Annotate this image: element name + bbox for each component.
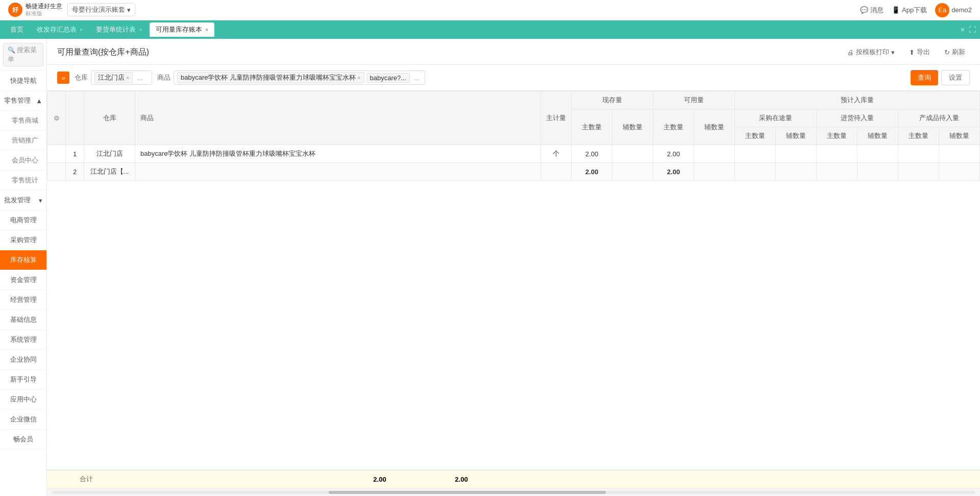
tab-available[interactable]: 可用量库存账本 × [150, 22, 214, 37]
sidebar-item-newbie[interactable]: 新手引导 [0, 370, 46, 390]
sidebar-item-retail-mall[interactable]: 零售商城 [0, 111, 46, 131]
footer-label: 合计 [52, 475, 93, 484]
sidebar-item-system[interactable]: 系统管理 [0, 330, 46, 350]
product-tag-0-close[interactable]: × [357, 75, 360, 81]
sidebar-item-member[interactable]: 会员中心 [0, 151, 46, 171]
message-label: 消息 [870, 6, 884, 15]
table-footer: 合计 2.00 2.00 [47, 469, 980, 488]
export-button[interactable]: ⬆ 导出 [904, 45, 935, 59]
query-button[interactable]: 查询 [911, 70, 938, 85]
sidebar-item-retail-stats[interactable]: 零售统计 [0, 171, 46, 191]
sidebar-item-ecommerce[interactable]: 电商管理 [0, 210, 46, 230]
sidebar-item-marketing-label: 营销推广 [12, 136, 38, 144]
warehouse-tag-container[interactable]: 江北门店 × ... [91, 70, 152, 85]
print-button[interactable]: 🖨 按模板打印 ▾ [843, 45, 899, 59]
tab-orders[interactable]: 要货单统计表 × [90, 22, 148, 37]
sidebar-item-purchase[interactable]: 采购管理 [0, 230, 46, 250]
sidebar-item-basic-label: 基础信息 [10, 316, 37, 323]
warehouse-filter-dots[interactable]: ... [135, 74, 144, 82]
th-available-aux: 辅数量 [694, 109, 735, 145]
sidebar-item-retail[interactable]: 零售管理 ▲ [0, 91, 46, 111]
warehouse-tag-0-close[interactable]: × [126, 75, 129, 81]
sidebar-item-purchase-label: 采购管理 [10, 236, 37, 244]
th-pur-aux: 辅数量 [776, 127, 817, 145]
app-download-button[interactable]: 📱 App下载 [892, 6, 927, 15]
horizontal-scrollbar-thumb[interactable] [329, 491, 605, 494]
sidebar-item-app-center-label: 应用中心 [10, 395, 37, 403]
sidebar-item-app-center[interactable]: 应用中心 [0, 390, 46, 410]
sidebar: 🔍 搜索菜单 快捷导航 零售管理 ▲ 零售商城 营销推广 会员中心 零售统计 批… [0, 39, 47, 496]
th-prod-main: 主数量 [898, 127, 939, 145]
sidebar-item-enterprise-wechat[interactable]: 企业微信 [0, 410, 46, 430]
sidebar-item-finance[interactable]: 资金管理 [0, 270, 46, 290]
row-1-index: 1 [66, 145, 84, 163]
sidebar-search-button[interactable]: 🔍 搜索菜单 [3, 43, 43, 66]
tab-home-label: 首页 [10, 25, 23, 34]
page-actions: 🖨 按模板打印 ▾ ⬆ 导出 ↻ 刷新 [843, 45, 970, 59]
footer-totals: 2.00 2.00 [98, 476, 975, 483]
tab-receipts-close[interactable]: × [80, 27, 83, 33]
th-prod-aux: 辅数量 [939, 127, 980, 145]
th-production: 产成品待入量 [898, 109, 980, 127]
industry-selector[interactable]: 母婴行业演示账套 ▾ [67, 3, 135, 16]
sidebar-item-enterprise-wechat-label: 企业微信 [10, 415, 37, 423]
row-1-arr-main [817, 145, 857, 163]
close-all-tabs-button[interactable]: × [961, 26, 965, 34]
product-tag-container[interactable]: babycare学饮杯 儿童防摔防撞吸管杯重力球吸嘴杯宝宝水杯 × babyca… [174, 70, 425, 85]
tab-orders-close[interactable]: × [139, 27, 142, 33]
sidebar-item-basic[interactable]: 基础信息 [0, 310, 46, 330]
footer-available-main: 2.00 [441, 476, 482, 483]
filter-expand-button[interactable]: » [57, 72, 69, 84]
message-button[interactable]: 💬 消息 [860, 6, 884, 15]
sidebar-item-operations[interactable]: 经营管理 [0, 290, 46, 310]
row-1-arr-aux [857, 145, 898, 163]
sidebar-search-label: 搜索菜单 [8, 46, 37, 63]
product-filter-label: 商品 [157, 73, 170, 82]
th-stock-main: 主数量 [572, 109, 612, 145]
th-available-main: 主数量 [653, 109, 694, 145]
gear-icon[interactable]: ⚙ [54, 114, 60, 122]
sidebar-item-quick[interactable]: 快捷导航 [0, 71, 46, 91]
tab-home[interactable]: 首页 [4, 22, 30, 37]
sidebar-item-inventory[interactable]: 库存核算 [0, 250, 46, 270]
industry-label: 母婴行业演示账套 [72, 5, 125, 14]
row-2-arr-aux [857, 163, 898, 181]
filter-actions: 查询 设置 [911, 70, 970, 85]
sidebar-item-enterprise[interactable]: 企业协同 [0, 350, 46, 370]
horizontal-scrollbar-track[interactable] [52, 491, 975, 494]
sidebar-item-wholesale[interactable]: 批发管理 ▾ [0, 191, 46, 210]
row-2-pur-main [735, 163, 776, 181]
row-2-available-main: 2.00 [653, 163, 694, 181]
refresh-button[interactable]: ↻ 刷新 [940, 45, 970, 59]
row-2-stock-aux [612, 163, 653, 181]
page-title-row: 可用量查询(按仓库+商品) 🖨 按模板打印 ▾ ⬆ 导出 ↻ 刷新 [57, 45, 970, 64]
th-warehouse: 仓库 [84, 91, 135, 145]
tab-orders-label: 要货单统计表 [96, 25, 136, 34]
user-menu-button[interactable]: Ea demo2 [935, 3, 972, 17]
row-1-available-main: 2.00 [653, 145, 694, 163]
user-name: demo2 [951, 6, 972, 14]
tab-receipts[interactable]: 收发存汇总表 × [31, 22, 89, 37]
chevron-down-icon: ▾ [127, 6, 131, 14]
product-tag-1-label: babycare?... [370, 74, 407, 82]
sidebar-item-vip[interactable]: 畅会员 [0, 430, 46, 450]
tab-available-label: 可用量库存账本 [156, 25, 202, 34]
row-1-unit: 个 [541, 145, 572, 163]
table-row: 1 江北门店 babycare学饮杯 儿童防摔防撞吸管杯重力球吸嘴杯宝宝水杯 个… [47, 145, 980, 163]
sidebar-item-retail-label: 零售管理 [4, 96, 31, 105]
product-tag-1: babycare?... [366, 73, 410, 83]
row-2-prod-aux [939, 163, 980, 181]
phone-icon: 📱 [892, 6, 900, 14]
sidebar-item-marketing[interactable]: 营销推广 [0, 131, 46, 151]
tab-available-close[interactable]: × [205, 27, 208, 33]
sidebar-item-quick-label: 快捷导航 [10, 77, 37, 84]
product-tag-0: babycare学饮杯 儿童防摔防撞吸管杯重力球吸嘴杯宝宝水杯 × [177, 72, 364, 83]
settings-button[interactable]: 设置 [941, 70, 970, 85]
tab-receipts-label: 收发存汇总表 [37, 25, 77, 34]
product-filter-dots[interactable]: ... [412, 74, 422, 82]
row-2-warehouse: 江北门店【... [84, 163, 135, 181]
row-2-stock-main: 2.00 [572, 163, 612, 181]
row-1-pur-main [735, 145, 776, 163]
logo-area: 好 畅捷通好生意 标准版 [8, 3, 62, 17]
fullscreen-button[interactable]: ⛶ [969, 26, 976, 34]
